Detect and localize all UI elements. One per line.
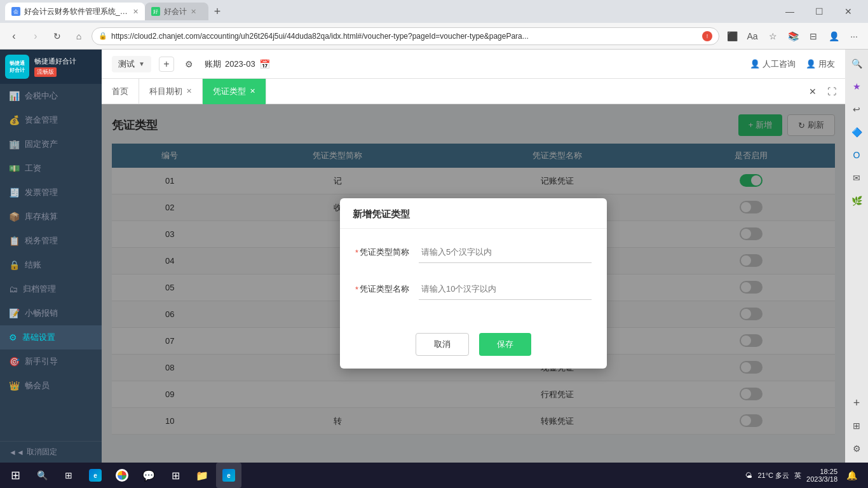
- short-name-input[interactable]: [419, 241, 592, 263]
- dialog-overlay: 新增凭证类型 * 凭证类型简称 *: [102, 104, 845, 463]
- sidebar-logo[interactable]: 畅捷通 好合计 畅捷通好合计 流畅版: [0, 50, 102, 84]
- start-button[interactable]: ⊞: [3, 463, 28, 488]
- consult-icon: 👤: [750, 59, 760, 69]
- sidebar-item-archive[interactable]: 🗂 归档管理: [0, 277, 102, 301]
- save-button[interactable]: 保存: [479, 333, 531, 356]
- tab-voucher-type-close-icon[interactable]: ✕: [250, 87, 255, 95]
- tab-voucher-type[interactable]: 凭证类型 ✕: [203, 79, 266, 104]
- taskbar-task-view[interactable]: ⊞: [56, 463, 81, 488]
- main-area: 测试 ▼ + ⚙ 账期 2023-03 📅 👤 人工咨询 👤: [102, 50, 845, 463]
- right-gear-icon[interactable]: ⚙: [848, 440, 865, 458]
- sidebar-item-dashboard[interactable]: 📊 会税中心: [0, 84, 102, 108]
- inventory-icon: 📦: [9, 212, 20, 222]
- right-feather-icon[interactable]: ✉: [848, 169, 865, 187]
- consult-label: 人工咨询: [763, 58, 796, 70]
- add-company-button[interactable]: +: [159, 57, 174, 72]
- tab1-title: 好会计云财务软件管理系统_会计: [24, 6, 129, 17]
- taskbar-chrome[interactable]: [109, 463, 135, 488]
- tab-2[interactable]: 好 好会计 ✕: [145, 3, 208, 20]
- keyboard-layout[interactable]: 英: [794, 471, 801, 480]
- full-name-label: * 凭证类型名称: [355, 283, 419, 295]
- invoice-icon: 🧾: [9, 187, 20, 198]
- full-name-input[interactable]: [419, 278, 592, 300]
- new-tab-button[interactable]: +: [208, 3, 226, 20]
- sidebar-item-inventory[interactable]: 📦 库存核算: [0, 205, 102, 229]
- win-minimize-button[interactable]: —: [775, 0, 804, 23]
- tab-home[interactable]: 首页: [102, 79, 139, 104]
- right-star-icon[interactable]: ★: [848, 78, 865, 95]
- tab1-close-icon[interactable]: ✕: [133, 8, 139, 16]
- taskbar-app5[interactable]: ⊞: [163, 463, 188, 488]
- sidebar-item-close-account[interactable]: 🔒 结账: [0, 253, 102, 277]
- split-view-button[interactable]: ⊟: [804, 27, 822, 45]
- short-name-row: * 凭证类型简称: [355, 241, 592, 263]
- right-collection-icon[interactable]: 🔷: [848, 123, 865, 141]
- sidebar-item-tax[interactable]: 📋 税务管理: [0, 229, 102, 253]
- name-required-star: *: [355, 285, 358, 294]
- reading-mode-button[interactable]: Aa: [743, 27, 761, 45]
- dashboard-icon: 📊: [9, 91, 20, 101]
- win-close-button[interactable]: ✕: [834, 0, 863, 23]
- notification-button[interactable]: 🔔: [843, 466, 860, 484]
- collapse-button[interactable]: ◄◄ 取消固定: [9, 447, 93, 458]
- calendar-icon[interactable]: 📅: [259, 59, 270, 69]
- tab2-title: 好会计: [164, 6, 187, 17]
- sidebar-item-fixed-assets[interactable]: 🏢 固定资产: [0, 132, 102, 156]
- taskbar-search[interactable]: 🔍: [29, 463, 55, 488]
- favorites-button[interactable]: ☆: [764, 27, 782, 45]
- profile-button[interactable]: 👤: [825, 27, 843, 45]
- collections-button[interactable]: 📚: [784, 27, 802, 45]
- sidebar-item-report[interactable]: 📝 小畅报销: [0, 301, 102, 325]
- extensions-button[interactable]: ⬛: [723, 27, 741, 45]
- url-bar[interactable]: 🔒 https://cloud2.chanjet.com/accounting/…: [92, 27, 719, 45]
- more-button[interactable]: ···: [845, 27, 863, 45]
- taskbar-edge2[interactable]: e: [216, 463, 241, 488]
- consult-button[interactable]: 👤 人工咨询: [750, 58, 796, 70]
- right-add-icon[interactable]: +: [848, 394, 865, 412]
- weather-icon: 🌤: [745, 471, 752, 479]
- sidebar-item-guide[interactable]: 🎯 新手引导: [0, 349, 102, 374]
- user-icon: 👤: [806, 59, 816, 69]
- tab-collapse-button[interactable]: ✕: [804, 83, 821, 100]
- taskbar-folder[interactable]: 📁: [189, 463, 215, 488]
- right-history-icon[interactable]: ↩: [848, 100, 865, 118]
- right-grid-icon[interactable]: ⊞: [848, 417, 865, 435]
- sidebar-item-settings[interactable]: ⚙ 基础设置: [0, 325, 102, 349]
- tab2-favicon: 好: [151, 7, 160, 16]
- url-alert-icon: !: [702, 31, 712, 41]
- short-name-label: * 凭证类型简称: [355, 247, 419, 258]
- reload-button[interactable]: ↻: [48, 27, 66, 45]
- company-selector[interactable]: 测试 ▼: [112, 56, 151, 72]
- right-green-icon[interactable]: 🌿: [848, 192, 865, 210]
- back-button[interactable]: ‹: [5, 27, 23, 45]
- sidebar-item-wages[interactable]: 💵 工资: [0, 156, 102, 180]
- taskbar-wechat[interactable]: 💬: [136, 463, 161, 488]
- tab-expand-button[interactable]: ⛶: [824, 83, 840, 100]
- user-menu[interactable]: 👤 用友: [806, 58, 835, 70]
- settings-gear-button[interactable]: ⚙: [182, 57, 197, 72]
- cancel-button[interactable]: 取消: [416, 333, 469, 356]
- win-maximize-button[interactable]: ☐: [804, 0, 834, 23]
- archive-icon: 🗂: [9, 284, 18, 294]
- url-text: https://cloud2.chanjet.com/accounting/uh…: [111, 32, 698, 41]
- sidebar-item-invoice[interactable]: 🧾 发票管理: [0, 180, 102, 205]
- report-icon: 📝: [9, 308, 20, 318]
- collapse-label: 取消固定: [27, 447, 57, 458]
- sidebar-item-member[interactable]: 👑 畅会员: [0, 374, 102, 398]
- period-label: 账期: [205, 58, 221, 70]
- tab-voucher-type-label: 凭证类型: [213, 86, 246, 97]
- taskbar-edge[interactable]: e: [83, 463, 108, 488]
- home-button[interactable]: ⌂: [70, 27, 88, 45]
- sidebar-item-capital[interactable]: 💰 资金管理: [0, 108, 102, 132]
- sidebar-bottom: ◄◄ 取消固定: [0, 441, 102, 463]
- tab-subject-period[interactable]: 科目期初 ✕: [139, 79, 203, 104]
- right-outlook-icon[interactable]: O: [848, 146, 865, 164]
- tab-1[interactable]: 会 好会计云财务软件管理系统_会计 ✕: [5, 3, 145, 20]
- period-info: 账期 2023-03 📅: [205, 58, 270, 70]
- tab-subject-period-close-icon[interactable]: ✕: [186, 87, 192, 95]
- clock: 18:25 2023/3/18: [806, 468, 837, 483]
- tab2-close-icon[interactable]: ✕: [191, 8, 196, 16]
- forward-button[interactable]: ›: [27, 27, 44, 45]
- right-search-icon[interactable]: 🔍: [848, 55, 865, 72]
- close-account-icon: 🔒: [9, 260, 20, 270]
